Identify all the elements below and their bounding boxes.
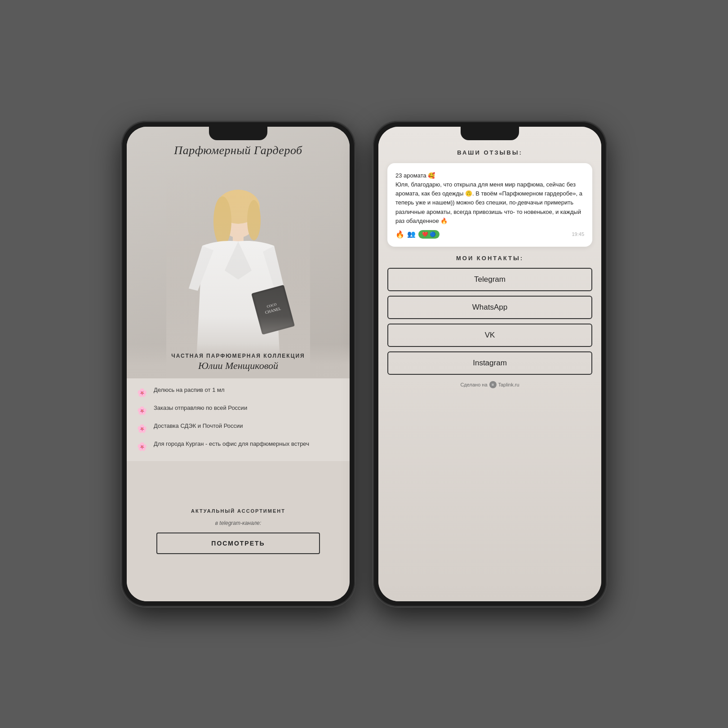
- feature-item-4: 🌸 Для города Курган - есть офис для парф…: [136, 440, 341, 453]
- cta-subtitle: в telegram-канале:: [215, 520, 262, 526]
- feature-text-1: Делюсь на распив от 1 мл: [154, 386, 225, 393]
- reaction-people: 👥: [407, 230, 416, 238]
- review-time: 19:45: [572, 231, 584, 237]
- hero-bottom: ЧАСТНАЯ ПАРФЮМЕРНАЯ КОЛЛЕКЦИЯ Юлии Менщи…: [127, 344, 350, 378]
- phone-2: ВАШИ ОТЗЫВЫ: 23 аромата 🥰Юля, благодарю,…: [373, 121, 607, 607]
- reviews-title: ВАШИ ОТЗЫВЫ:: [387, 149, 592, 156]
- phone1-notch: [209, 127, 267, 140]
- feature-text-3: Доставка СДЭК и Почтой России: [154, 422, 243, 429]
- phone1-hero: Парфюмерный Гардероб: [127, 127, 350, 378]
- review-reactions: 🔥 👥 ❤️ 🔵: [395, 230, 439, 239]
- taplink-text: Сделано на: [460, 382, 487, 387]
- contact-vk[interactable]: VK: [387, 324, 592, 347]
- phone1-features: 🌸 Делюсь на распив от 1 мл 🌸 Заказы отпр…: [127, 378, 350, 461]
- feature-item-1: 🌸 Делюсь на распив от 1 мл: [136, 386, 341, 399]
- feature-text-4: Для города Курган - есть офис для парфюм…: [154, 440, 309, 447]
- feature-text-2: Заказы отправляю по всей России: [154, 404, 247, 411]
- contact-whatsapp[interactable]: WhatsApp: [387, 296, 592, 319]
- phone2-content: ВАШИ ОТЗЫВЫ: 23 аромата 🥰Юля, благодарю,…: [378, 127, 601, 601]
- reaction-green: ❤️ 🔵: [418, 230, 439, 239]
- phone1-content: Парфюмерный Гардероб: [127, 127, 350, 601]
- taplink-icon: ≡: [489, 381, 497, 388]
- feature-icon-3: 🌸: [136, 422, 148, 435]
- feature-icon-4: 🌸: [136, 440, 148, 453]
- reaction-fire: 🔥: [395, 230, 404, 239]
- taplink-brand: Taplink.ru: [498, 382, 519, 387]
- phone1-cta: АКТУАЛЬНЫЙ АССОРТИМЕНТ в telegram-канале…: [127, 461, 350, 601]
- review-text: 23 аромата 🥰Юля, благодарю, что открыла …: [395, 171, 584, 226]
- cta-button[interactable]: посмотреть: [156, 533, 320, 554]
- cta-title: АКТУАЛЬНЫЙ АССОРТИМЕНТ: [191, 508, 285, 514]
- taplink-footer: Сделано на ≡ Taplink.ru: [387, 381, 592, 388]
- contacts-title: МОИ КОНТАКТЫ:: [387, 255, 592, 262]
- contact-instagram[interactable]: Instagram: [387, 351, 592, 375]
- feature-icon-2: 🌸: [136, 404, 148, 417]
- hero-subtitle: ЧАСТНАЯ ПАРФЮМЕРНАЯ КОЛЛЕКЦИЯ: [136, 353, 341, 359]
- phone2-notch: [461, 127, 519, 140]
- feature-item-2: 🌸 Заказы отправляю по всей России: [136, 404, 341, 417]
- feature-item-3: 🌸 Доставка СДЭК и Почтой России: [136, 422, 341, 435]
- review-card: 23 аромата 🥰Юля, благодарю, что открыла …: [387, 163, 592, 247]
- hero-title: Парфюмерный Гардероб: [127, 144, 350, 157]
- feature-icon-1: 🌸: [136, 386, 148, 399]
- hero-name: Юлии Менщиковой: [136, 360, 341, 372]
- contact-telegram[interactable]: Telegram: [387, 268, 592, 291]
- review-footer: 🔥 👥 ❤️ 🔵 19:45: [395, 230, 584, 239]
- phone-1: Парфюмерный Гардероб: [121, 121, 355, 607]
